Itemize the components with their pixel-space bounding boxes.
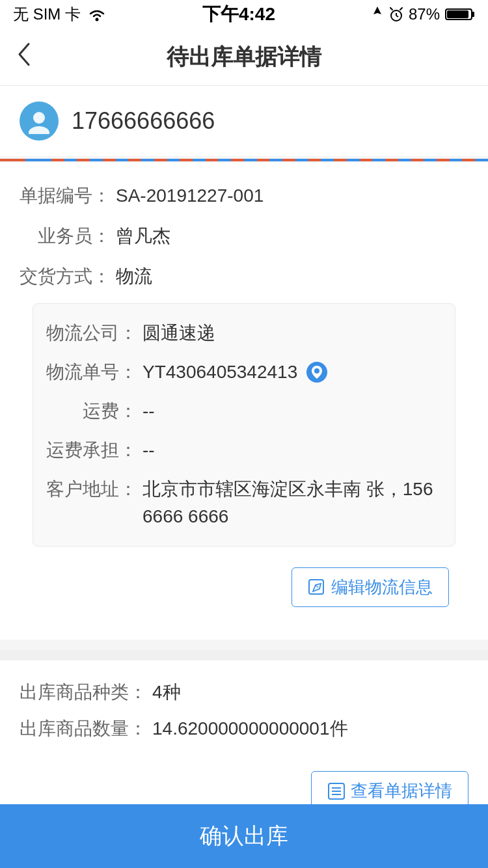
dash-segment (0, 159, 13, 161)
logistics-address-row: 客户地址： 北京市市辖区海淀区永丰南 张，156 6666 6666 (46, 476, 442, 530)
user-header: 17666666666 (0, 86, 488, 156)
products-qty-label: 出库商品数量： (20, 716, 147, 741)
logistics-freight-label: 运费： (46, 398, 137, 425)
dashed-divider (0, 157, 488, 163)
dash-segment (411, 159, 424, 161)
dash-segment (13, 159, 26, 161)
logistics-freight-row: 运费： -- (46, 398, 442, 425)
svg-point-7 (33, 112, 45, 124)
logistics-freight-bearer-row: 运费承担： -- (46, 437, 442, 464)
nav-bar: 待出库单据详情 (0, 29, 488, 86)
svg-point-0 (96, 18, 99, 21)
salesperson-label: 业务员： (20, 223, 111, 250)
dash-segment (128, 159, 141, 161)
status-right: 87% (371, 5, 475, 23)
battery-icon (445, 7, 475, 21)
svg-rect-11 (309, 580, 323, 594)
edit-logistics-button[interactable]: 编辑物流信息 (291, 567, 449, 607)
edit-logistics-area: 编辑物流信息 (20, 557, 468, 620)
edit-logistics-label: 编辑物流信息 (331, 576, 433, 599)
order-info-section: 单据编号： SA-20191227-001 业务员： 曾凡杰 交货方式： 物流 … (0, 163, 488, 640)
dash-segment (360, 159, 373, 161)
products-type-value: 4种 (147, 680, 468, 705)
logistics-freight-bearer-value: -- (137, 437, 442, 464)
dash-segment (103, 159, 116, 161)
salesperson-value: 曾凡杰 (111, 223, 468, 250)
logistics-address-label: 客户地址： (46, 476, 137, 503)
wifi-icon (87, 7, 107, 21)
confirm-bar[interactable]: 确认出库 (0, 804, 488, 868)
dash-segment (347, 159, 360, 161)
dash-segment (167, 159, 180, 161)
dash-segment (450, 159, 463, 161)
dash-segment (475, 159, 488, 161)
logistics-tracking-row: 物流单号： YT4306405342413 (46, 359, 442, 386)
dash-segment (206, 159, 219, 161)
salesperson-row: 业务员： 曾凡杰 (20, 223, 468, 250)
products-qty-row: 出库商品数量： 14.620000000000001件 (20, 716, 468, 741)
alarm-icon (389, 7, 403, 21)
doc-number-value: SA-20191227-001 (111, 182, 468, 210)
main-content: 17666666666 单据编号： SA-20191227-001 业务员： 曾… (0, 86, 488, 868)
edit-icon (308, 578, 326, 597)
dash-segment (218, 159, 231, 161)
dash-segment (64, 159, 77, 161)
dash-segment (385, 159, 398, 161)
dash-segment (77, 159, 90, 161)
status-bar: 无 SIM 卡 下午4:42 87% (0, 0, 488, 29)
confirm-button[interactable]: 确认出库 (200, 821, 288, 851)
dash-segment (372, 159, 385, 161)
products-type-row: 出库商品种类： 4种 (20, 680, 468, 705)
logistics-tracking-label: 物流单号： (46, 359, 137, 386)
dash-segment (462, 159, 475, 161)
delivery-label: 交货方式： (20, 263, 111, 290)
dash-segment (257, 159, 270, 161)
battery-label: 87% (409, 5, 440, 23)
logistics-address-value: 北京市市辖区海淀区永丰南 张，156 6666 6666 (137, 476, 442, 530)
dash-segment (321, 159, 334, 161)
dash-segment (116, 159, 129, 161)
svg-rect-5 (472, 12, 474, 17)
logistics-freight-value: -- (137, 398, 442, 425)
dash-segment (398, 159, 411, 161)
status-left: 无 SIM 卡 (13, 4, 107, 25)
svg-point-8 (29, 126, 49, 134)
view-details-label: 查看单据详情 (351, 780, 452, 802)
logistics-freight-bearer-label: 运费承担： (46, 437, 137, 464)
logistics-tracking-value: YT4306405342413 (137, 359, 442, 386)
track-location-icon[interactable] (305, 360, 329, 384)
carrier-label: 无 SIM 卡 (13, 4, 81, 25)
products-type-label: 出库商品种类： (20, 680, 147, 705)
dash-segment (282, 159, 295, 161)
dash-segment (141, 159, 154, 161)
avatar (20, 102, 59, 141)
page-title: 待出库单据详情 (167, 42, 321, 72)
dash-segment (231, 159, 244, 161)
dash-segment (38, 159, 51, 161)
list-icon (327, 782, 346, 800)
products-section: 出库商品种类： 4种 出库商品数量： 14.620000000000001件 (0, 660, 488, 761)
dash-segment (180, 159, 193, 161)
delivery-row: 交货方式： 物流 (20, 263, 468, 290)
dash-segment (90, 159, 103, 161)
back-button[interactable] (16, 41, 31, 73)
dash-segment (51, 159, 64, 161)
location-status-icon (371, 7, 384, 22)
svg-rect-6 (447, 10, 468, 18)
dash-segment (25, 159, 38, 161)
doc-number-label: 单据编号： (20, 182, 111, 210)
dash-segment (193, 159, 206, 161)
dash-segment (308, 159, 321, 161)
delivery-value: 物流 (111, 263, 468, 290)
dash-segment (334, 159, 347, 161)
svg-line-3 (396, 16, 398, 17)
user-phone: 17666666666 (72, 107, 215, 135)
logistics-company-value: 圆通速递 (137, 319, 442, 347)
dash-segment (295, 159, 308, 161)
dash-segment (437, 159, 450, 161)
separator (0, 650, 488, 660)
status-time: 下午4:42 (202, 2, 275, 27)
logistics-company-row: 物流公司： 圆通速递 (46, 319, 442, 347)
products-qty-value: 14.620000000000001件 (147, 716, 468, 741)
doc-number-row: 单据编号： SA-20191227-001 (20, 182, 468, 210)
